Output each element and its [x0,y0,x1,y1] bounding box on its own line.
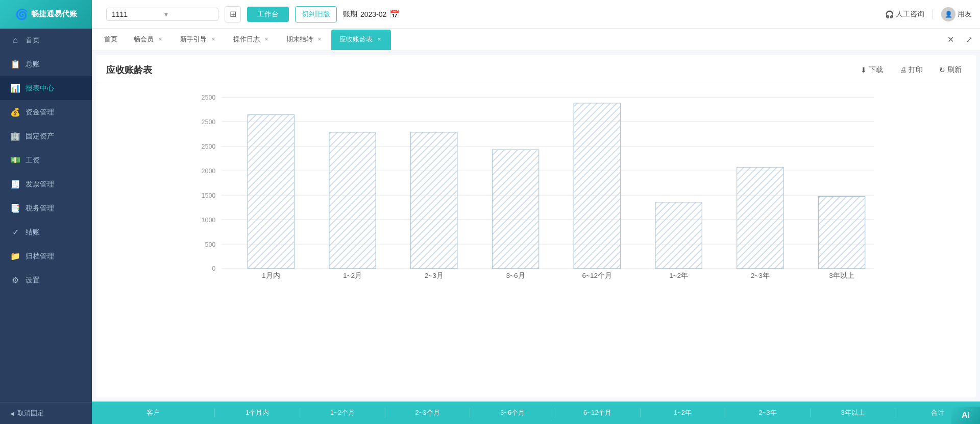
sidebar-scroll: ⌂ 首页 📋 总账 📊 报表中心 💰 资金管理 🏢 固定资产 💵 [0,29,92,402]
sidebar-item-settings[interactable]: ⚙ 设置 [0,268,92,292]
refresh-icon: ↻ [939,66,945,74]
expand-tab-button[interactable]: ⤢ [962,33,976,47]
cancel-pin-button[interactable]: ◀ 取消固定 [0,402,92,424]
ledger-icon: 📋 [10,59,20,69]
period-area: 账期 2023-02 📅 [343,9,400,19]
sidebar: ⌂ 首页 📋 总账 📊 报表中心 💰 资金管理 🏢 固定资产 💵 [0,29,92,424]
download-icon: ⬇ [861,66,867,74]
close-tab-button[interactable]: ✕ [943,33,958,47]
logo-icon: 🌀 [15,8,28,20]
th-3-6month: 3~6个月 [470,408,555,417]
refresh-button[interactable]: ↻ 刷新 [935,63,966,77]
tax-icon: 📑 [10,203,20,213]
consult-button[interactable]: 🎧 人工咨询 [885,10,924,19]
download-label: 下载 [869,65,883,75]
tab-member-label: 畅会员 [134,35,154,44]
sidebar-item-home[interactable]: ⌂ 首页 [0,29,92,52]
calendar-icon[interactable]: 📅 [389,9,400,19]
invoice-icon: 🧾 [10,179,20,189]
tab-home[interactable]: 首页 [96,30,126,50]
svg-text:500: 500 [205,241,215,248]
sidebar-label-settings: 设置 [26,276,40,285]
th-customer: 客户 [92,408,215,417]
print-button[interactable]: 🖨 打印 [895,63,927,77]
th-3plus: 3年以上 [811,408,896,417]
svg-text:3年以上: 3年以上 [829,272,854,279]
tab-period-close[interactable]: 期末结转 × [278,30,331,50]
svg-text:3~6月: 3~6月 [506,272,525,279]
th-2-3month: 2~3个月 [385,408,471,417]
table-header: 客户 1个月内 1~2个月 2~3个月 3~6个月 6~12个月 1~2年 2~… [92,402,980,424]
tab-member-close[interactable]: × [157,36,164,43]
logo: 🌀 畅捷通易代账 [0,0,92,29]
bar-1 [248,115,294,269]
arrow-left-icon: ◀ [10,411,14,416]
bar-chart: 2500 2500 2500 2000 1500 1000 500 0 [106,91,966,290]
ai-label: Ai [962,411,970,419]
tab-aging-close[interactable]: × [376,36,383,43]
tab-guide[interactable]: 新手引导 × [172,30,225,50]
sidebar-label-fund: 资金管理 [26,108,54,117]
page-title: 应收账龄表 [106,64,152,76]
chevron-down-icon: ▾ [164,10,213,18]
tab-aging[interactable]: 应收账龄表 × [331,30,391,50]
divider [933,9,933,19]
th-2-3year: 2~3年 [725,408,811,417]
company-name: 1111 [112,10,160,18]
bar-6 [655,202,702,269]
report-icon: 📊 [10,83,20,93]
th-6-12month: 6~12个月 [555,408,641,417]
workbench-button[interactable]: 工作台 [247,7,289,22]
period-label: 账期 [343,10,357,19]
sidebar-item-ledger[interactable]: 📋 总账 [0,52,92,76]
th-1month: 1个月内 [215,408,300,417]
svg-text:2500: 2500 [201,94,215,101]
copy-icon: ⊞ [230,9,236,19]
bar-8 [818,196,865,269]
company-selector[interactable]: 1111 ▾ [106,8,218,21]
svg-text:2000: 2000 [201,168,215,175]
top-header: 🌀 畅捷通易代账 1111 ▾ ⊞ 工作台 切到旧版 账期 2023-02 📅 … [0,0,980,29]
sidebar-label-tax: 税务管理 [26,204,54,213]
sidebar-item-archive[interactable]: 📁 归档管理 [0,244,92,268]
th-1-2month: 1~2个月 [300,408,385,417]
sidebar-item-tax[interactable]: 📑 税务管理 [0,196,92,220]
header-right: 🎧 人工咨询 👤 用友 [885,7,972,21]
sidebar-item-salary[interactable]: 💵 工资 [0,148,92,172]
copy-button[interactable]: ⊞ [225,6,241,22]
svg-text:2500: 2500 [201,143,215,150]
tab-member[interactable]: 畅会员 × [126,30,172,50]
tab-oplog[interactable]: 操作日志 × [225,30,278,50]
tab-period-close-label: 期末结转 [286,35,313,44]
sidebar-item-checkout[interactable]: ✓ 结账 [0,220,92,244]
sidebar-item-asset[interactable]: 🏢 固定资产 [0,124,92,148]
download-button[interactable]: ⬇ 下载 [856,63,887,77]
archive-icon: 📁 [10,251,20,261]
svg-text:1500: 1500 [201,192,215,199]
settings-icon: ⚙ [10,275,20,285]
user-menu[interactable]: 👤 用友 [941,7,972,21]
home-icon: ⌂ [10,36,20,45]
print-label: 打印 [909,65,923,75]
sidebar-item-fund[interactable]: 💰 资金管理 [0,100,92,124]
asset-icon: 🏢 [10,131,20,141]
switch-version-button[interactable]: 切到旧版 [295,6,337,22]
tab-oplog-close[interactable]: × [263,36,270,43]
tab-period-close-close[interactable]: × [316,36,323,43]
avatar: 👤 [941,7,955,21]
headset-icon: 🎧 [885,10,894,18]
ai-badge[interactable]: Ai [951,407,980,424]
sidebar-item-invoice[interactable]: 🧾 发票管理 [0,172,92,196]
sidebar-item-report[interactable]: 📊 报表中心 [0,76,92,100]
bar-3 [411,132,457,269]
sidebar-label-asset: 固定资产 [26,132,54,141]
svg-text:2~3年: 2~3年 [751,272,770,279]
svg-text:1~2年: 1~2年 [669,272,688,279]
cancel-pin-label: 取消固定 [17,409,44,418]
bar-4 [492,150,538,269]
tab-aging-label: 应收账龄表 [339,35,373,44]
page-actions: ⬇ 下载 🖨 打印 ↻ 刷新 [856,63,966,77]
svg-text:2~3月: 2~3月 [425,272,444,279]
tab-guide-close[interactable]: × [210,36,217,43]
salary-icon: 💵 [10,155,20,165]
